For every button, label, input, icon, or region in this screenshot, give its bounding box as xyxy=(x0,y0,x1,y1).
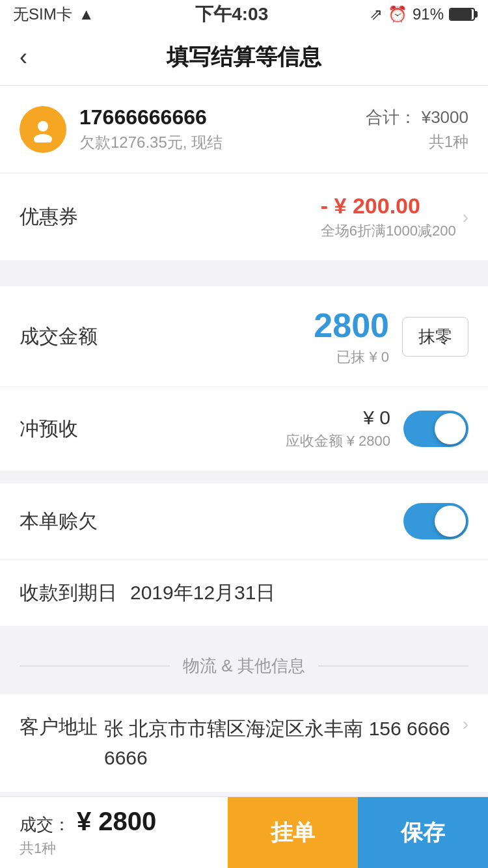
status-left: 无SIM卡 ▲ xyxy=(13,4,94,25)
pre-receive-label: 冲预收 xyxy=(20,416,78,442)
transaction-label: 成交金额 xyxy=(20,323,98,350)
alarm-icon: ⏰ xyxy=(388,5,407,23)
nav-bar: ‹ 填写结算等信息 xyxy=(0,29,488,86)
form-section: 成交金额 2800 已抹 ¥ 0 抹零 冲预收 ¥ 0 应收金额 ¥ 2800 xyxy=(0,286,488,470)
logistics-header: 物流 & 其他信息 xyxy=(0,639,488,693)
round-button[interactable]: 抹零 xyxy=(402,317,468,357)
bottom-summary-amount: ¥ 2800 xyxy=(77,807,156,836)
bottom-summary-main: 成交： ¥ 2800 xyxy=(20,807,208,836)
section-divider-2 xyxy=(0,470,488,483)
back-button[interactable]: ‹ xyxy=(20,44,59,71)
section-divider-1 xyxy=(0,273,488,286)
coupon-row[interactable]: 优惠券 - ¥ 200.00 全场6折满1000减200 › xyxy=(0,174,488,260)
bottom-summary: 成交： ¥ 2800 共1种 xyxy=(0,807,228,858)
battery-percent: 91% xyxy=(413,5,444,23)
pre-receive-amount: ¥ 0 xyxy=(286,407,390,429)
svg-point-1 xyxy=(34,134,52,142)
pre-receive-row: 冲预收 ¥ 0 应收金额 ¥ 2800 xyxy=(0,387,488,470)
due-date-value: 2019年12月31日 xyxy=(130,580,275,606)
transaction-amount-row: 成交金额 2800 已抹 ¥ 0 抹零 xyxy=(0,286,488,387)
logistics-label: 物流 & 其他信息 xyxy=(183,655,305,677)
customer-info: 17666666666 欠款1276.35元, 现结 xyxy=(79,105,223,153)
customer-right: 合计： ¥3000 共1种 xyxy=(366,106,468,152)
address-row[interactable]: 客户地址 张 北京市市辖区海淀区永丰南 156 6666 6666 › xyxy=(0,694,488,792)
carrier-text: 无SIM卡 xyxy=(13,4,72,25)
avatar xyxy=(20,106,66,153)
total-count: 共1种 xyxy=(366,131,468,152)
divider-line-right xyxy=(318,666,468,666)
page-title: 填写结算等信息 xyxy=(167,42,321,72)
transaction-sub: 已抹 ¥ 0 xyxy=(314,347,389,367)
content-area: 17666666666 欠款1276.35元, 现结 合计： ¥3000 共1种… xyxy=(0,86,488,868)
amount-right: 2800 已抹 ¥ 0 抹零 xyxy=(314,306,468,367)
bottom-bar: 成交： ¥ 2800 共1种 挂单 保存 xyxy=(0,796,488,868)
coupon-label: 优惠券 xyxy=(20,204,78,230)
pre-receive-toggle[interactable] xyxy=(403,411,468,447)
debt-row: 本单赊欠 xyxy=(0,483,488,559)
coupon-amount: - ¥ 200.00 xyxy=(321,193,456,219)
battery-icon xyxy=(449,8,475,21)
customer-sub-info: 欠款1276.35元, 现结 xyxy=(79,132,223,153)
pre-receive-sub: 应收金额 ¥ 2800 xyxy=(286,431,390,451)
status-time: 下午4:03 xyxy=(195,2,268,27)
status-bar: 无SIM卡 ▲ 下午4:03 ⇗ ⏰ 91% xyxy=(0,0,488,29)
status-right: ⇗ ⏰ 91% xyxy=(370,5,475,23)
debt-toggle[interactable] xyxy=(403,503,468,539)
customer-phone: 17666666666 xyxy=(79,105,223,129)
bottom-summary-count: 共1种 xyxy=(20,839,208,858)
total-value: ¥3000 xyxy=(422,107,468,127)
due-date-row: 收款到期日 2019年12月31日 xyxy=(0,560,488,626)
customer-card: 17666666666 欠款1276.35元, 现结 合计： ¥3000 共1种 xyxy=(0,86,488,172)
svg-point-0 xyxy=(38,121,48,131)
bottom-summary-label: 成交： xyxy=(20,813,70,836)
coupon-right: - ¥ 200.00 全场6折满1000减200 › xyxy=(321,193,468,241)
address-value: 张 北京市市辖区海淀区永丰南 156 6666 6666 xyxy=(104,714,463,772)
transaction-value: 2800 xyxy=(314,306,389,345)
address-label: 客户地址 xyxy=(20,714,104,740)
total-label: 合计： ¥3000 xyxy=(366,106,468,129)
coupon-desc: 全场6折满1000减200 xyxy=(321,221,456,241)
pre-receive-col: ¥ 0 应收金额 ¥ 2800 xyxy=(286,407,390,451)
chevron-right-icon: › xyxy=(463,207,468,228)
coupon-info: - ¥ 200.00 全场6折满1000减200 xyxy=(321,193,456,241)
wifi-icon: ▲ xyxy=(79,5,94,23)
save-button[interactable]: 保存 xyxy=(358,797,488,869)
pre-receive-right: ¥ 0 应收金额 ¥ 2800 xyxy=(286,407,468,451)
amount-col: 2800 已抹 ¥ 0 xyxy=(314,306,389,367)
divider-line-left xyxy=(20,666,170,666)
address-chevron-icon: › xyxy=(463,714,468,735)
due-date-label: 收款到期日 xyxy=(20,580,117,606)
location-icon: ⇗ xyxy=(370,5,383,23)
hang-button[interactable]: 挂单 xyxy=(228,797,358,869)
debt-label: 本单赊欠 xyxy=(20,508,98,535)
customer-left: 17666666666 欠款1276.35元, 现结 xyxy=(20,105,223,153)
